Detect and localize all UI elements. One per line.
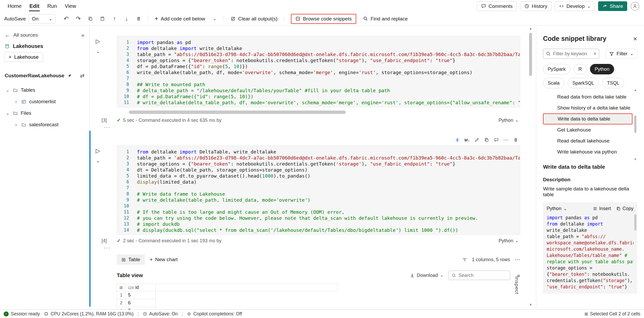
- more-cell-actions-button[interactable]: ⋯: [501, 136, 510, 144]
- snippet-item-selected[interactable]: Write data to delta table: [543, 113, 632, 124]
- cell-language-dropdown[interactable]: Python ⌄: [499, 118, 520, 123]
- run-cell-button[interactable]: ▷: [96, 147, 117, 154]
- clear-outputs-button[interactable]: Clear all output(s): [228, 16, 280, 22]
- comment-cell-button[interactable]: [492, 136, 501, 144]
- menu-tab-view[interactable]: View: [61, 1, 80, 12]
- code-editor[interactable]: 1from deltalake import DeltaTable, write…: [117, 145, 520, 235]
- scrollbar-thumb[interactable]: [634, 214, 636, 231]
- scroll-up-icon[interactable]: ▲: [634, 88, 637, 92]
- delete-cell-button[interactable]: [133, 14, 144, 24]
- menu-tab-run[interactable]: Run: [43, 1, 61, 12]
- cell-language-dropdown[interactable]: Python ⌄: [499, 238, 520, 244]
- menu-tab-edit[interactable]: Edit: [25, 1, 43, 12]
- download-button[interactable]: Download ⌄: [410, 273, 443, 278]
- move-down-button[interactable]: ↓: [121, 14, 132, 24]
- snippet-item[interactable]: Get Lakehouse: [543, 124, 632, 135]
- tree-node-customerlist[interactable]: › customerlist: [0, 96, 89, 107]
- snippet-item[interactable]: Write lakehouse via python: [543, 146, 632, 157]
- snippet-item[interactable]: Read data from delta lake table: [543, 91, 632, 102]
- snippet-language-dropdown[interactable]: Python ⌄: [547, 206, 567, 211]
- table-search-box[interactable]: [449, 271, 510, 280]
- more-output-options-button[interactable]: ⋯: [515, 256, 520, 263]
- chip-scala[interactable]: Scala: [543, 78, 564, 88]
- chip-pyspark[interactable]: PySpark: [543, 64, 570, 74]
- new-chart-button[interactable]: + New chart: [145, 254, 182, 265]
- history-button[interactable]: History: [520, 1, 551, 11]
- scrollbar-thumb[interactable]: [634, 116, 636, 133]
- delete-cell-button[interactable]: [511, 136, 520, 144]
- tab-table[interactable]: ⊞ Table: [117, 254, 145, 265]
- code-editor[interactable]: 1import pandas as pd2from deltalake impo…: [117, 36, 520, 107]
- snippet-item[interactable]: Show history of a delta lake table: [543, 102, 632, 113]
- active-lakehouse-row[interactable]: CustomerRawLakehouse ⇄: [0, 70, 89, 81]
- session-status[interactable]: ✓ Session ready: [4, 311, 40, 317]
- code-cell-2[interactable]: M↓ ⋯ ▷: [91, 136, 520, 309]
- snippet-code[interactable]: import pandas as pdfrom deltalake import…: [543, 214, 637, 290]
- comments-button[interactable]: Comments: [477, 1, 517, 11]
- scroll-down-icon[interactable]: ▼: [634, 157, 637, 161]
- scrollbar-thumb[interactable]: [529, 33, 532, 76]
- switch-lakehouse-icon[interactable]: ⇄: [80, 73, 84, 79]
- copy-cell-button[interactable]: [482, 136, 491, 144]
- develop-button[interactable]: Develop ⌄: [555, 1, 595, 11]
- chip-r[interactable]: R: [574, 64, 587, 74]
- autosave-status[interactable]: AutoSave: On: [143, 311, 178, 317]
- paste-button[interactable]: [97, 14, 108, 24]
- collapse-explorer-icon[interactable]: «: [81, 32, 84, 38]
- filter-rows-icon[interactable]: [462, 257, 467, 262]
- snippet-search-input[interactable]: [553, 51, 587, 57]
- chip-sparksql[interactable]: SparkSQL: [568, 78, 599, 88]
- scrollbar-thumb[interactable]: [129, 111, 346, 114]
- table-row[interactable]: 3 7: [117, 307, 338, 310]
- run-by-line-button[interactable]: [453, 136, 462, 144]
- inspect-tab[interactable]: Inspect: [514, 276, 520, 294]
- select-all-cell[interactable]: ⊞: [117, 284, 126, 291]
- tree-node-salesforecast[interactable]: › salesforecast: [0, 119, 89, 130]
- snippet-item[interactable]: Read default lakehouse: [543, 135, 632, 146]
- collapse-cell-icon[interactable]: ⌄: [96, 48, 117, 54]
- account-avatar[interactable]: [631, 2, 639, 10]
- move-up-button[interactable]: ↑: [109, 14, 120, 24]
- menu-tab-home[interactable]: Home: [4, 1, 25, 12]
- list-scrollbar[interactable]: ▲ ▼: [634, 88, 637, 161]
- snippet-search-box[interactable]: ×: [543, 49, 599, 59]
- convert-to-markdown-button[interactable]: M↓: [462, 136, 472, 144]
- add-cell-type-dropdown[interactable]: ⌄: [209, 14, 220, 24]
- notebook-scrollbar[interactable]: ▲ ▼: [529, 26, 533, 307]
- run-cell-button[interactable]: ▷: [96, 38, 117, 45]
- collapse-cell-icon[interactable]: ⌄: [96, 157, 117, 164]
- autosave-dropdown[interactable]: On ⌄: [28, 14, 56, 24]
- undo-button[interactable]: ↶: [61, 14, 71, 24]
- collapsed-output-indicator[interactable]: ···: [91, 244, 520, 252]
- edit-cell-button[interactable]: [472, 136, 481, 144]
- filter-button[interactable]: Filter ⌄: [605, 49, 637, 59]
- table-search-input[interactable]: [459, 273, 507, 278]
- browse-code-snippets-button[interactable]: Browse code snippets: [291, 14, 356, 24]
- horizontal-scrollbar[interactable]: [129, 111, 516, 114]
- resource-usage[interactable]: CPU 2vCores (1.2%), RAM 16G (13.0%): [44, 311, 134, 317]
- collapsed-output-indicator[interactable]: ···: [91, 124, 520, 132]
- share-button[interactable]: Share: [598, 1, 627, 11]
- scroll-up-icon[interactable]: ▲: [529, 26, 533, 30]
- clear-search-icon[interactable]: ×: [594, 51, 597, 57]
- tree-node-tables[interactable]: ⌄ Tables: [0, 84, 89, 96]
- code-cell-1[interactable]: ▷ ⌄ 1import pandas as pd2from deltalake …: [91, 36, 520, 132]
- all-sources-link[interactable]: All sources: [13, 32, 38, 38]
- back-icon[interactable]: ←: [5, 32, 10, 38]
- add-code-cell-button[interactable]: + Add code cell below: [152, 15, 207, 22]
- chip-python[interactable]: Python: [590, 64, 614, 74]
- copy-snippet-button[interactable]: Copy: [616, 206, 634, 211]
- pin-icon[interactable]: [67, 74, 72, 78]
- chip-tsql[interactable]: TSQL: [602, 78, 624, 88]
- copilot-status[interactable]: Copilot completions: Off: [187, 311, 242, 317]
- column-header-id[interactable]: 123id: [126, 284, 156, 291]
- tree-node-files[interactable]: ⌄ Files: [0, 107, 89, 119]
- redo-button[interactable]: ↷: [73, 14, 83, 24]
- table-row[interactable]: 1 5: [117, 291, 338, 299]
- add-lakehouse-button[interactable]: + Lakehouse: [4, 52, 43, 62]
- copy-button[interactable]: [85, 14, 95, 24]
- table-row[interactable]: 2 6: [117, 299, 338, 307]
- close-panel-icon[interactable]: ×: [633, 35, 637, 42]
- find-and-replace-button[interactable]: Find and replace: [360, 16, 411, 22]
- insert-snippet-button[interactable]: Insert: [593, 206, 611, 211]
